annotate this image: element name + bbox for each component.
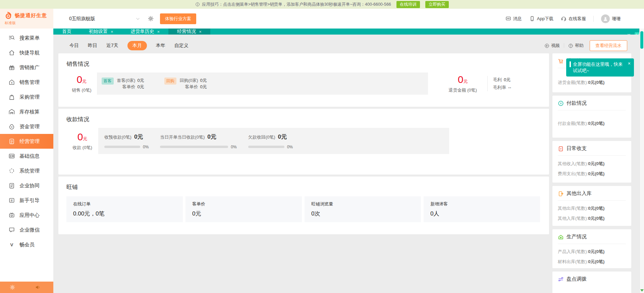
date-filter-custom[interactable]: 自定义 — [174, 43, 189, 49]
tab-label: 进货单历史 — [131, 29, 154, 35]
svg-text:$: $ — [11, 81, 13, 84]
rcard-title-label: 日常收支 — [567, 145, 587, 152]
store-dollar-icon: $ — [8, 79, 15, 86]
sales-amount-label: 销售 (0笔) — [66, 87, 97, 93]
scrollbar-thumb[interactable] — [640, 31, 643, 49]
scrollbar-down-arrow[interactable] — [640, 289, 644, 292]
rcard-title-label: 盘点调拨 — [567, 276, 587, 282]
sidebar-item-wechat-work[interactable]: 企业微信 — [0, 223, 53, 237]
tab-home[interactable]: 首页 — [53, 29, 80, 35]
stat-value: 0元 — [134, 133, 143, 141]
phone-icon — [529, 16, 535, 21]
header: 畅捷通好生意 标准版 0五组旗舰版 体验行业方案 消息 App下载 — [0, 9, 644, 29]
tab-business-overview[interactable]: 经营情况 × — [168, 29, 210, 35]
stat-label: 新增潜客 — [430, 201, 533, 207]
sidebar-item-label: 新手引导 — [19, 197, 40, 204]
sidebar-item-beginner-guide[interactable]: 新 新手引导 — [0, 193, 53, 208]
sidebar-item-inventory[interactable]: 库存核算 — [0, 104, 53, 119]
footer-gear-icon[interactable] — [9, 284, 15, 290]
rcard-title-label: 其他出入库 — [567, 190, 592, 197]
tab-purchase-history[interactable]: 进货单历史 × — [122, 29, 169, 35]
new-badge-icon: 新 — [8, 197, 15, 204]
rcard-title-label: 生产情况 — [567, 234, 587, 240]
sidebar-item-search-menu[interactable]: 搜索菜单 — [0, 31, 53, 45]
tab-close-icon[interactable]: × — [199, 29, 202, 34]
stat-value: 0次 — [311, 210, 414, 217]
video-button[interactable]: 视频 — [544, 43, 560, 49]
progress-percent: 0% — [231, 145, 236, 149]
daily-income-expense-card: ¥ 日常收支 其他收入(笔数):0元(0笔) 费用支出(笔数):0元(0笔) — [552, 141, 631, 183]
info-icon — [195, 2, 200, 7]
settings-gear-icon[interactable] — [148, 15, 154, 22]
sidebar-item-basic-info[interactable]: 基础信息 — [0, 149, 53, 163]
online-service-label: 在线客服 — [569, 16, 586, 22]
account-select[interactable]: 0五组旗舰版 — [69, 16, 140, 22]
view-business-flow-button[interactable]: 查看经营流水 — [590, 40, 627, 51]
notice-text: 应用技巧：点击左侧菜单>销售管理>销货单，添加客户和商品体验30秒极速开单~咨询… — [202, 2, 391, 7]
sidebar: 搜索菜单 快捷导航 营销推广 $ 销售管理 采购管理 库存核算 — [0, 29, 53, 293]
home-icon — [8, 49, 15, 56]
production-status-card: 生产情况 产品入库(笔数):0元(0笔) 材料出库(笔数):0元(0笔) — [552, 229, 631, 268]
stat-label: 客单价 — [192, 201, 295, 207]
buy-now-button[interactable]: 立即购买 — [425, 1, 449, 8]
date-filter-month[interactable]: 本月 — [127, 41, 147, 50]
date-filter-today[interactable]: 今日 — [69, 43, 79, 49]
refund-amount: 0元 — [439, 74, 487, 85]
svg-text:¥: ¥ — [11, 126, 13, 129]
avatar — [601, 14, 610, 23]
sidebar-item-sales[interactable]: $ 销售管理 — [0, 75, 53, 90]
sidebar-item-label: 系统管理 — [19, 168, 40, 174]
sales-card-title: 销售情况 — [66, 60, 541, 68]
sales-detail-box: 首客 首客(0家)0元 客单价0元 回购 — [97, 72, 428, 95]
tab-initial-setup[interactable]: 初始设置 × — [80, 29, 122, 35]
profit-value: 0元 — [504, 77, 511, 82]
collab-clipboard-icon — [8, 182, 15, 189]
same-day-collection-item: 当日开单当日收款(0笔)0元 0% — [160, 133, 236, 149]
sidebar-item-member[interactable]: V 畅会员 — [0, 237, 53, 252]
sidebar-item-collaboration[interactable]: 企业协同 — [0, 178, 53, 193]
app-download-button[interactable]: App下载 — [529, 16, 553, 22]
repurchase-badge: 回购 — [164, 78, 176, 85]
clipboard-icon — [8, 138, 15, 145]
help-button[interactable]: 帮助 — [568, 43, 584, 49]
avg-order-box: 客单价 0元 — [185, 196, 302, 222]
page-scrollbar[interactable] — [639, 29, 644, 293]
date-filter-7days[interactable]: 近7天 — [106, 43, 118, 49]
sidebar-item-label: 企业协同 — [19, 183, 40, 189]
sidebar-item-marketing[interactable]: 营销推广 — [0, 60, 53, 75]
sidebar-item-label: 经营管理 — [19, 138, 40, 145]
sidebar-footer — [0, 282, 53, 293]
rcard-line: 材料出库(笔数):0元(0笔) — [558, 259, 626, 265]
sales-amount: 0元 — [66, 74, 97, 85]
user-menu[interactable]: 珊珊 — [601, 14, 621, 23]
search-icon — [8, 35, 15, 41]
tooltip-close-icon[interactable]: × — [628, 61, 631, 74]
sidebar-item-quick-nav[interactable]: 快捷导航 — [0, 45, 53, 60]
sidebar-item-funds[interactable]: ¥ 资金管理 — [0, 119, 53, 134]
tab-close-icon[interactable]: × — [157, 29, 160, 34]
user-name: 珊珊 — [612, 16, 621, 22]
sidebar-item-label: 资金管理 — [19, 124, 40, 130]
collection-card-title: 收款情况 — [66, 115, 541, 123]
sidebar-item-purchase[interactable]: 采购管理 — [0, 90, 53, 104]
industry-trial-button[interactable]: 体验行业方案 — [160, 13, 196, 24]
online-training-button[interactable]: 在线培训 — [396, 1, 420, 8]
margin-label: 毛利率 — [493, 85, 506, 90]
online-service-button[interactable]: 在线客服 — [561, 16, 586, 22]
cart-icon — [558, 58, 564, 64]
collection-detail-box: 收预收款(0笔)0元 0% 当日开单当日收款(0笔)0元 0% 欠款收回(0笔)… — [98, 128, 449, 154]
money-bag-icon: ¥ — [8, 123, 15, 130]
yuan-circle-icon: ¥ — [558, 100, 564, 106]
tab-close-icon[interactable]: × — [111, 29, 113, 34]
sidebar-item-business-mgmt[interactable]: 经营管理 — [0, 134, 53, 149]
date-filter-year[interactable]: 本年 — [156, 43, 165, 49]
tooltip-accent-bar — [570, 61, 571, 67]
progress-percent: 0% — [287, 145, 293, 149]
video-label: 视频 — [551, 43, 560, 49]
date-filter-yesterday[interactable]: 昨日 — [88, 43, 97, 49]
messages-button[interactable]: 消息 — [505, 16, 522, 22]
sidebar-item-app-center[interactable]: 应用中心 — [0, 208, 53, 223]
sidebar-item-system[interactable]: 系统管理 — [0, 163, 53, 178]
footer-sound-icon[interactable] — [35, 284, 41, 290]
collection-card: 收款情况 0元 收款 (0笔) 收预收款(0笔)0元 0% — [58, 109, 549, 175]
